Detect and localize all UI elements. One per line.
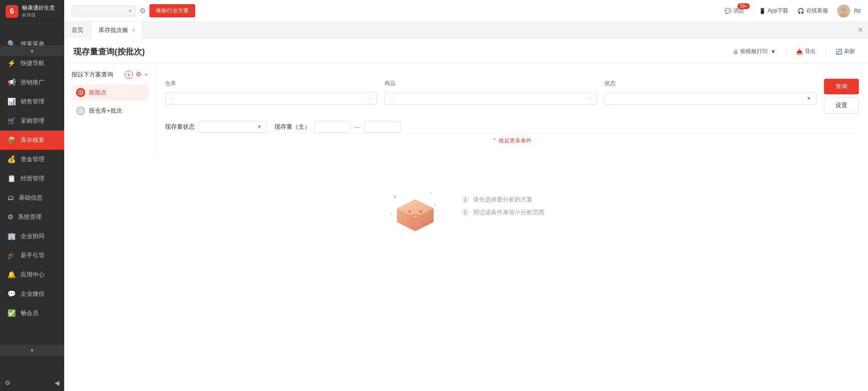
scheme-label-batch: 按批次 (89, 88, 107, 97)
refresh-label: 刷新 (844, 48, 855, 55)
message-badge: 99+ (737, 3, 750, 9)
search-input[interactable] (71, 5, 136, 16)
tab-inventory-batch[interactable]: 库存批次账 × (91, 22, 143, 38)
scheme-item-batch[interactable]: 按批次 (71, 84, 148, 101)
product-placeholder: ··· (390, 95, 394, 102)
appstore-icon: 🔔 (7, 271, 16, 279)
scheme-item-warehouse-batch[interactable]: 按仓库+批次 (71, 103, 148, 119)
sidebar-item-label: 采购管理 (21, 117, 44, 125)
tip-num-2: 2 (461, 208, 469, 217)
status-filter: 状态 ▼ (604, 80, 817, 105)
inventory-qty-label: 现存量（主） (275, 123, 310, 131)
topbar: ▼ ⚙ 体验行业方案 💬 消息 99+ 📱 App下载 🎧 在线客服 (64, 0, 868, 22)
sidebar: 6 畅康通好生意 标准版 ▲ 🔍 搜索菜单 ⚡ 快捷导航 📢 营销推广 📊 销售… (0, 0, 64, 391)
sidebar-item-appstore[interactable]: 🔔 应用中心 (0, 265, 64, 284)
experience-button[interactable]: 体验行业方案 (149, 4, 195, 17)
app-name: 畅康通好生意 (22, 5, 55, 12)
sidebar-footer: ⚙ ◀ (0, 374, 64, 391)
sidebar-settings-button[interactable]: ⚙ (5, 379, 11, 386)
product-input[interactable]: ··· ··· (385, 92, 597, 105)
sidebar-item-label: 系统管理 (18, 213, 42, 221)
user-profile[interactable]: Rit (837, 5, 861, 17)
settings-button[interactable]: 设置 (824, 97, 859, 114)
refresh-button[interactable]: 🔄 刷新 (832, 46, 859, 57)
sidebar-item-vip[interactable]: ✅ 畅会员 (0, 304, 64, 323)
status-select[interactable]: ▼ (604, 92, 817, 105)
svg-text:✦: ✦ (390, 212, 393, 216)
add-scheme-button[interactable]: + (125, 71, 133, 79)
sidebar-scroll-down[interactable]: ▼ (0, 345, 64, 356)
marketing-icon: 📢 (7, 78, 16, 87)
sidebar-item-guide[interactable]: 🎓 新手引导 (0, 246, 64, 265)
warehouse-placeholder: ··· (170, 95, 175, 102)
scheme-title-text: 按以下方案查询 (71, 71, 113, 79)
svg-point-1 (841, 7, 846, 12)
sidebar-item-shortcut[interactable]: ⚡ 快捷导航 (0, 54, 64, 73)
app-download-button[interactable]: 📱 App下载 (759, 7, 788, 15)
empty-tip-2: 2 用过滤条件来缩小分析范围 (461, 208, 544, 217)
filter-fields: 仓库 ··· ··· 商品 ··· ··· (156, 63, 868, 156)
sidebar-item-inventory[interactable]: 📦 库存核算 (0, 130, 64, 150)
sidebar-item-finance[interactable]: 💰 资金管理 (0, 150, 64, 169)
sidebar-item-sales[interactable]: 📊 销售管理 (0, 92, 64, 111)
tab-close-icon[interactable]: × (132, 27, 135, 33)
app-version: 标准版 (22, 12, 55, 18)
tabs-bar: 首页 库存批次账 × ✕ (64, 22, 868, 38)
sidebar-item-purchase[interactable]: 🛒 采购管理 (0, 111, 64, 130)
svg-point-12 (419, 210, 422, 213)
sidebar-item-label: 销售管理 (21, 98, 44, 106)
topbar-gear-icon[interactable]: ⚙ (139, 6, 146, 15)
warehouse-input[interactable]: ··· ··· (165, 92, 377, 105)
export-label: 导出 (805, 48, 816, 55)
sidebar-item-label: 应用中心 (21, 271, 44, 279)
scheme-icon-warehouse-batch (76, 106, 85, 115)
sidebar-logo: 6 畅康通好生意 标准版 (0, 0, 64, 23)
tabs-close-all[interactable]: ✕ (857, 26, 868, 34)
sidebar-item-system[interactable]: ⚙ 系统管理 (0, 207, 64, 227)
export-button[interactable]: 📤 导出 (792, 46, 819, 57)
print-button[interactable]: 🖨 按模板打印 ▼ (729, 46, 780, 57)
sidebar-item-operation[interactable]: 📋 经营管理 (0, 169, 64, 188)
message-button[interactable]: 💬 消息 99+ (725, 7, 744, 15)
empty-state: ✦ ✦ ✦ ✦ 1 请先选择要分析的方案 2 用过滤条件来缩小分析范围 (64, 156, 868, 256)
content-area: 现存量查询(按批次) 🖨 按模板打印 ▼ | 📤 导出 | 🔄 刷新 (64, 38, 868, 391)
svg-point-7 (80, 110, 82, 112)
app-logo-icon: 6 (5, 5, 18, 18)
svg-point-11 (408, 210, 411, 213)
sidebar-menu: 🔍 搜索菜单 ⚡ 快捷导航 📢 营销推广 📊 销售管理 🛒 采购管理 📦 库存核… (0, 34, 64, 363)
collapse-more-button[interactable]: ⌃ 收起更多条件 (165, 133, 859, 148)
scheme-collapse-icon[interactable]: « (144, 71, 148, 79)
sidebar-item-marketing[interactable]: 📢 营销推广 (0, 73, 64, 92)
topbar-left: ▼ ⚙ 体验行业方案 (71, 4, 195, 17)
tab-inventory-batch-label: 库存批次账 (99, 26, 128, 34)
inventory-qty-max[interactable] (364, 121, 401, 133)
basic-icon: 🗂 (7, 194, 14, 201)
sidebar-item-enterprise[interactable]: 🏢 企业协同 (0, 227, 64, 246)
sidebar-collapse-button[interactable]: ◀ (55, 379, 60, 386)
query-button[interactable]: 查询 (824, 79, 859, 94)
inventory-icon: 📦 (7, 136, 16, 144)
inventory-qty-filter: 现存量（主） — (275, 121, 401, 133)
scheme-label-warehouse-batch: 按仓库+批次 (89, 107, 122, 115)
sidebar-item-wechat[interactable]: 💬 企业微信 (0, 284, 64, 304)
tab-home[interactable]: 首页 (64, 22, 91, 38)
finance-icon: 💰 (7, 155, 16, 163)
sidebar-item-label: 快捷导航 (21, 59, 44, 67)
svg-text:✦: ✦ (392, 193, 398, 201)
online-service-button[interactable]: 🎧 在线客服 (797, 7, 828, 15)
scheme-settings-icon[interactable]: ⚙ (136, 71, 142, 79)
sidebar-item-label: 新手引导 (21, 251, 44, 260)
filter-row-1: 仓库 ··· ··· 商品 ··· ··· (165, 71, 859, 114)
page-header-actions: 🖨 按模板打印 ▼ | 📤 导出 | 🔄 刷新 (729, 46, 859, 57)
sidebar-scroll-up[interactable]: ▲ (0, 45, 64, 56)
enterprise-icon: 🏢 (7, 232, 16, 240)
sidebar-item-basic[interactable]: 🗂 基础信息 (0, 188, 64, 207)
status-label: 状态 (604, 80, 817, 87)
filter-scheme-panel: 按以下方案查询 + ⚙ « 按批次 (64, 63, 156, 156)
guide-icon: 🎓 (7, 251, 16, 260)
message-icon: 💬 (725, 8, 731, 14)
inventory-qty-min[interactable] (314, 121, 351, 133)
wechat-icon: 💬 (7, 290, 16, 298)
filter-row-2: 现存量状态 ▼ 现存量（主） — (165, 121, 859, 133)
inventory-status-select[interactable]: ▼ (198, 121, 267, 133)
